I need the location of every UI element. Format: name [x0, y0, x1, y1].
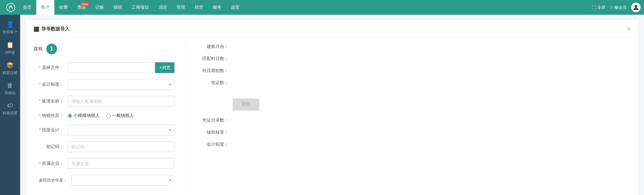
- tax-option-general[interactable]: 一般纳税人: [106, 113, 134, 119]
- accounting-system-select-wrap: [68, 79, 175, 90]
- tax-type-label: * 纳税性质：: [34, 113, 64, 119]
- nav-item-服务[interactable]: 服务: [208, 0, 226, 15]
- panel-title: ⬛ 导爷数据导入: [34, 26, 69, 32]
- nav-item-首页[interactable]: 首页: [18, 0, 36, 15]
- member-label: 畅会员: [614, 5, 627, 10]
- topnav-right: ⛶ 全屏 ▷ 畅会员: [592, 3, 641, 12]
- right-accounting-system-label: 会计制度：: [195, 141, 229, 147]
- nav-item-设置[interactable]: 设置: [226, 0, 244, 15]
- match-subjects-row: 匹配科目数：: [195, 56, 631, 62]
- tax-option-small[interactable]: 小规模纳税人: [68, 113, 100, 119]
- tax-radio-general[interactable]: [106, 114, 111, 118]
- nav-item-管理[interactable]: 管理: [172, 0, 190, 15]
- nav-item-工商项目[interactable]: 工商项目: [127, 0, 154, 15]
- declaration-icon: 📋: [6, 41, 14, 49]
- sidebar-item-recycle[interactable]: 🗑 回收站: [0, 79, 20, 99]
- step-indicator: 建账 1: [34, 44, 175, 54]
- aux-accounting-label: 辅助核算：: [195, 129, 229, 135]
- history-year-label: 参照历史年度：: [34, 178, 67, 183]
- tag-icon: 🏷: [7, 102, 13, 109]
- nav-item-经营[interactable]: 经营: [190, 0, 208, 15]
- sidebar-item-declaration[interactable]: 📋 0申报: [0, 38, 20, 58]
- sidebar-label-tags: 标签设置: [3, 111, 17, 116]
- memo-row: 助记码：: [34, 141, 175, 152]
- ledger-name-label: * 账簿名称：: [34, 98, 64, 104]
- nav-item-客户[interactable]: 客户: [36, 0, 54, 15]
- step-label: 建账: [34, 46, 43, 52]
- tax-option-general-label: 一般纳税人: [112, 113, 134, 119]
- top-nav: 首页客户收费票据new记账报税工商项目消息管理经营服务设置 ⛶ 全屏 ▷ 畅会员: [0, 0, 644, 15]
- user-icon: 👤: [6, 21, 14, 28]
- form-container: 建账 1 * 选择文件： +浏览 * 会计制度：: [34, 44, 631, 192]
- memo-input[interactable]: [68, 141, 175, 152]
- sidebar-label-migration: 账套迁移: [3, 70, 17, 75]
- month-label: 建账月份：: [195, 44, 229, 50]
- nav-badge-票据: new: [81, 2, 89, 6]
- sidebar-item-migration[interactable]: 📦 账套迁移: [0, 58, 20, 79]
- fullscreen-icon: ⛶: [592, 5, 596, 10]
- history-year-row: 参照历史年度：: [34, 175, 175, 186]
- nav-item-报税[interactable]: 报税: [109, 0, 127, 15]
- svg-point-1: [635, 5, 637, 8]
- accounting-system-label: * 会计制度：: [34, 81, 64, 87]
- file-label: * 选择文件：: [34, 65, 64, 71]
- sidebar: 👤 全部客户 📋 0申报 📦 账套迁移 🗑 回收站 🏷 标签设置: [0, 15, 20, 195]
- sidebar-label-recycle: 回收站: [5, 90, 16, 95]
- voucher-entries-row: 凭证分录数：: [195, 117, 631, 123]
- file-input[interactable]: [68, 62, 155, 73]
- fullscreen-btn[interactable]: ⛶ 全屏: [592, 5, 605, 10]
- company-row: * 所属企业：: [34, 158, 175, 169]
- panel-close-button[interactable]: ×: [627, 25, 631, 32]
- accountant-select-wrap: [68, 125, 175, 135]
- match-subjects-label: 匹配科目数：: [195, 56, 229, 62]
- main-content: ⬛ 导爷数据导入 × 建账 1 * 选择文件：: [20, 15, 644, 195]
- form-divider: [185, 44, 185, 192]
- right-accounting-system-row: 会计制度：: [195, 141, 631, 147]
- voucher-label: 凭证数：: [195, 80, 229, 86]
- accounting-system-row: * 会计制度：: [34, 79, 175, 90]
- sidebar-label-all-clients: 全部客户: [3, 29, 17, 35]
- company-label: * 所属企业：: [34, 160, 64, 167]
- aux-accounting-row: 辅助核算：: [195, 129, 631, 135]
- fullscreen-label: 全屏: [597, 5, 605, 10]
- nav-item-票据[interactable]: 票据new: [72, 0, 91, 15]
- tax-type-row: * 纳税性质： 小规模纳税人 一般纳税人: [34, 113, 175, 119]
- tax-option-small-label: 小规模纳税人: [73, 113, 100, 119]
- step-circle: 1: [46, 44, 57, 54]
- nav-item-记账[interactable]: 记账: [91, 0, 109, 15]
- nav-item-收费[interactable]: 收费: [54, 0, 72, 15]
- nav-item-消息[interactable]: 消息: [154, 0, 172, 15]
- sidebar-item-tags[interactable]: 🏷 标签设置: [0, 99, 20, 119]
- member-icon: ▷: [610, 5, 613, 10]
- voucher-entries-label: 凭证分录数：: [195, 117, 229, 123]
- form-right: 建账月份： 匹配科目数： 科目期初数： 凭证数：: [195, 44, 631, 192]
- accountant-select[interactable]: [68, 125, 175, 135]
- migration-icon: 📦: [6, 62, 14, 69]
- avatar[interactable]: [631, 3, 641, 12]
- file-input-group: +浏览: [68, 62, 175, 73]
- month-row: 建账月份：: [195, 44, 631, 50]
- import-panel: ⬛ 导爷数据导入 × 建账 1 * 选择文件：: [26, 20, 639, 195]
- history-year-select[interactable]: [71, 175, 175, 186]
- member-btn[interactable]: ▷ 畅会员: [610, 5, 627, 10]
- tax-type-radio-group: 小规模纳税人 一般纳税人: [68, 113, 134, 119]
- panel-title-text: 导爷数据导入: [41, 26, 69, 32]
- initial-subjects-label: 科目期初数：: [195, 68, 229, 74]
- tax-radio-small[interactable]: [68, 114, 72, 118]
- initial-subjects-row: 科目期初数：: [195, 68, 631, 74]
- accountant-row: * 指派会计：: [34, 125, 175, 135]
- memo-label: 助记码：: [34, 144, 64, 150]
- app-logo[interactable]: [3, 0, 18, 15]
- accountant-label: * 指派会计：: [34, 127, 64, 133]
- panel-header: ⬛ 导爷数据导入 ×: [34, 25, 631, 37]
- accounting-system-select[interactable]: [68, 79, 175, 90]
- browse-button[interactable]: +浏览: [155, 62, 175, 73]
- company-input[interactable]: [68, 158, 175, 169]
- ledger-name-input[interactable]: [68, 96, 175, 107]
- build-account-button[interactable]: 建账: [233, 99, 259, 111]
- voucher-row: 凭证数：: [195, 80, 631, 86]
- ledger-name-row: * 账簿名称：: [34, 96, 175, 107]
- sidebar-item-all-clients[interactable]: 👤 全部客户: [0, 17, 20, 38]
- history-year-select-wrap: [71, 175, 175, 186]
- recycle-icon: 🗑: [7, 82, 13, 89]
